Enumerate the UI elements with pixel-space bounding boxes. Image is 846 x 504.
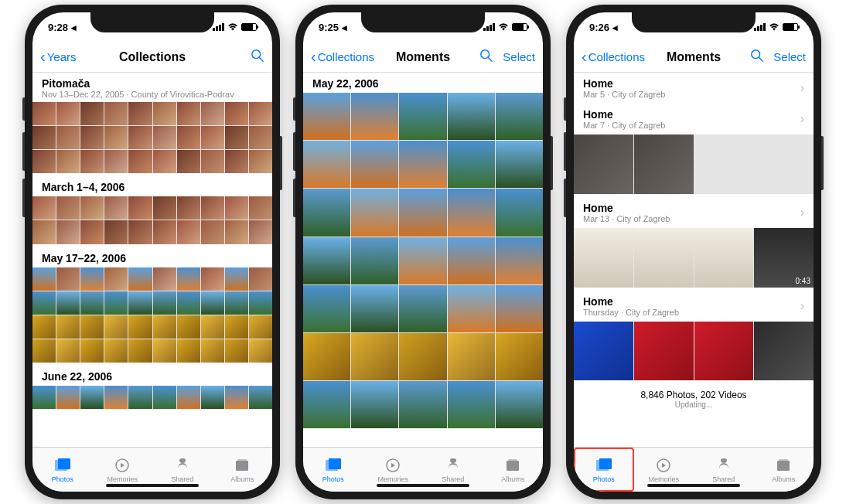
tab-photos[interactable]: Photos (32, 448, 93, 492)
photo-thumbnail[interactable] (399, 93, 446, 140)
photo-thumbnail[interactable] (634, 135, 694, 194)
photo-thumbnail[interactable] (351, 93, 398, 140)
photo-thumbnail[interactable] (351, 381, 398, 428)
photo-thumbnail[interactable] (574, 135, 633, 194)
collection-header[interactable]: June 22, 2006 (32, 366, 272, 386)
home-indicator[interactable] (106, 484, 199, 487)
photo-thumbnail[interactable] (303, 381, 350, 428)
photo-thumbnail[interactable] (399, 381, 446, 428)
content-scroll[interactable]: Pitomača Nov 13–Dec 22, 2005 · County of… (32, 73, 272, 447)
photo-thumbnail[interactable] (351, 189, 398, 236)
phone-collections: 9:28 ◂ ‹ Years Collections (25, 5, 280, 499)
moment-title: Home (583, 202, 670, 214)
photo-thumbnail[interactable] (351, 333, 398, 380)
photo-thumbnail[interactable] (399, 285, 446, 332)
moment-grid[interactable] (574, 322, 814, 381)
back-button[interactable]: ‹ Collections (582, 48, 645, 66)
moment-header[interactable]: May 22, 2006 (303, 73, 543, 93)
svg-line-1 (260, 58, 264, 62)
moment-subtitle: Mar 13 · City of Zagreb (583, 214, 670, 223)
nav-bar: ‹ Collections Moments Select (574, 42, 814, 73)
wifi-icon (227, 22, 238, 33)
select-button[interactable]: Select (503, 50, 535, 63)
photo-thumbnail[interactable] (496, 333, 543, 380)
photo-thumbnail[interactable] (574, 322, 633, 381)
photo-thumbnail[interactable] (694, 322, 754, 381)
moment-header[interactable]: Home Mar 13 · City of Zagreb › (574, 197, 814, 228)
cellular-icon (213, 23, 224, 31)
photo-thumbnail[interactable] (448, 93, 495, 140)
video-thumbnail[interactable]: 0:43 (754, 228, 814, 288)
shared-icon (173, 457, 192, 474)
moment-header[interactable]: Home Mar 7 · City of Zagreb › (574, 104, 814, 135)
photo-thumbnail[interactable] (496, 189, 543, 236)
moment-header[interactable]: Home Mar 5 · City of Zagreb › (574, 73, 814, 104)
photo-thumbnail[interactable] (634, 322, 694, 381)
photo-thumbnail[interactable] (351, 285, 398, 332)
photo-thumbnail[interactable] (496, 381, 543, 428)
photo-thumbnail[interactable] (496, 237, 543, 284)
photo-thumbnail[interactable] (303, 237, 350, 284)
photo-thumbnail[interactable] (448, 189, 495, 236)
nav-title: Moments (667, 50, 721, 64)
search-icon[interactable] (251, 49, 264, 65)
photo-thumbnail[interactable] (399, 189, 446, 236)
tab-label: Memories (377, 475, 408, 483)
photo-thumbnail[interactable] (399, 333, 446, 380)
moment-header[interactable]: Home Thursday · City of Zagreb › (574, 291, 814, 322)
content-scroll[interactable]: Home Mar 5 · City of Zagreb › Home Mar 7… (574, 73, 814, 447)
photo-thumbnail[interactable] (448, 141, 495, 188)
photo-thumbnail[interactable] (634, 228, 694, 288)
svg-line-17 (759, 58, 763, 62)
collection-grid[interactable] (32, 102, 272, 173)
tab-photos[interactable]: Photos (574, 448, 634, 492)
moments-grid[interactable] (303, 93, 543, 428)
collection-grid[interactable] (32, 267, 272, 363)
tab-albums[interactable]: Albums (483, 448, 544, 492)
photo-thumbnail[interactable] (496, 285, 543, 332)
photo-thumbnail[interactable] (351, 237, 398, 284)
tab-albums[interactable]: Albums (213, 448, 273, 492)
collection-grid[interactable] (32, 386, 272, 409)
photo-thumbnail[interactable] (694, 228, 754, 288)
back-label: Years (47, 50, 77, 63)
tab-photos[interactable]: Photos (303, 448, 363, 492)
battery-icon (512, 23, 527, 31)
photo-thumbnail[interactable] (303, 189, 350, 236)
photo-thumbnail[interactable] (351, 141, 398, 188)
collection-header[interactable]: Pitomača Nov 13–Dec 22, 2005 · County of… (32, 73, 272, 102)
collection-header[interactable]: March 1–4, 2006 (32, 176, 272, 196)
photo-thumbnail[interactable] (303, 141, 350, 188)
photo-thumbnail[interactable] (496, 93, 543, 140)
select-button[interactable]: Select (773, 50, 806, 63)
photo-thumbnail[interactable] (399, 237, 446, 284)
back-button[interactable]: ‹ Years (40, 48, 76, 66)
collection-header[interactable]: May 17–22, 2006 (32, 247, 272, 267)
library-state: Updating... (580, 400, 807, 409)
photo-thumbnail[interactable] (574, 228, 633, 288)
photo-thumbnail[interactable] (399, 141, 446, 188)
photo-thumbnail[interactable] (448, 381, 495, 428)
content-scroll[interactable]: May 22, 2006 (303, 73, 543, 447)
photo-thumbnail[interactable] (448, 237, 495, 284)
moment-title: Home (583, 295, 679, 308)
photo-thumbnail[interactable] (496, 141, 543, 188)
home-indicator[interactable] (377, 484, 469, 487)
search-icon[interactable] (750, 49, 764, 65)
search-icon[interactable] (479, 49, 493, 65)
collection-title: Pitomača (42, 77, 263, 90)
albums-icon (503, 457, 522, 474)
photo-thumbnail[interactable] (303, 333, 350, 380)
photo-thumbnail[interactable] (448, 333, 495, 380)
photo-thumbnail[interactable] (303, 93, 350, 140)
photo-thumbnail[interactable] (303, 285, 350, 332)
photo-thumbnail[interactable] (448, 285, 495, 332)
collection-grid[interactable] (32, 196, 272, 243)
moment-grid[interactable] (574, 135, 814, 194)
back-button[interactable]: ‹ Collections (311, 48, 374, 66)
svg-point-8 (481, 50, 490, 59)
moment-grid[interactable]: 0:43 (574, 228, 814, 288)
photo-thumbnail[interactable] (754, 322, 814, 381)
home-indicator[interactable] (647, 484, 740, 487)
tab-albums[interactable]: Albums (754, 448, 814, 492)
